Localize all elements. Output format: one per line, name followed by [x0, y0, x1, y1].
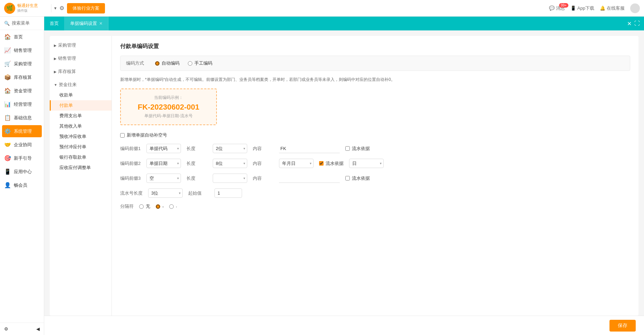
sidebar-item-purchase[interactable]: 🛒 采购管理	[0, 57, 44, 71]
sidebar-item-apps[interactable]: 📱 应用中心	[0, 165, 44, 178]
sep-dot-option[interactable]: -	[156, 204, 164, 209]
auto-fill-label: 新增单据自动补空号	[127, 132, 167, 138]
content: ▶ 采购管理 ▶ 销售管理 ▶ 库存核算	[44, 30, 644, 316]
subnav-finance-title[interactable]: ▼ 资金往来	[50, 80, 112, 90]
sidebar-item-home[interactable]: 🏠 首页	[0, 30, 44, 44]
waterflow2-label[interactable]: 流水依据	[319, 160, 344, 167]
sidebar-item-member[interactable]: 👤 畅会员	[0, 178, 44, 192]
subnav-purchase-title[interactable]: ▶ 采购管理	[50, 40, 112, 50]
service-label: 在线客服	[607, 5, 625, 11]
settings-icon[interactable]: ⚙	[59, 5, 64, 11]
app-label: App下载	[577, 5, 594, 11]
sep-none-option[interactable]: 无	[139, 203, 150, 210]
waterflow2-text: 流水依据	[326, 160, 344, 167]
tab-close-icon[interactable]: ✕	[99, 21, 103, 26]
minimize-icon[interactable]: ✕	[627, 20, 632, 27]
serial-length-select[interactable]: 3位	[148, 188, 183, 198]
subnav-item-receipt[interactable]: 收款单	[50, 90, 112, 100]
main: 首页 单据编码设置 ✕ ✕ ⛶ ▶ 采购管理	[44, 17, 644, 335]
subnav-item-prepay-pay[interactable]: 预付冲应付单	[50, 142, 112, 152]
length3-select[interactable]	[213, 174, 247, 183]
separator-label: 分隔符	[120, 203, 134, 210]
preview-desc: 单据代码-单据日期-流水号	[129, 113, 208, 119]
search-menu[interactable]: 🔍 搜索菜单	[0, 17, 44, 30]
waterflow1-checkbox[interactable]	[345, 146, 350, 151]
waterflow1-label[interactable]: 流水依据	[345, 146, 370, 152]
tab-home[interactable]: 首页	[44, 17, 65, 30]
sep-other-option[interactable]: ·	[169, 204, 177, 209]
waterflow2-checkbox[interactable]	[319, 161, 324, 166]
logo-sub: 插件版	[17, 8, 38, 13]
subnav-item-payment[interactable]: 付款单	[50, 100, 112, 111]
auto-encoding-label: 自动编码	[162, 60, 180, 66]
waterflow2-unit-select[interactable]: 日	[349, 159, 384, 168]
sidebar-item-finance[interactable]: 🏠 资金管理	[0, 84, 44, 97]
waterflow3-label[interactable]: 流水依据	[345, 175, 370, 182]
subnav-item-other-income[interactable]: 其他收入单	[50, 121, 112, 131]
length1-select[interactable]: 2位	[213, 144, 247, 153]
logo-area: 🌿 畅通好生意 插件版	[4, 3, 48, 14]
manual-encoding-option[interactable]: 手工编码	[188, 60, 212, 66]
sidebar-home-label: 首页	[14, 34, 23, 40]
length2-select[interactable]: 8位	[213, 159, 247, 168]
waterflow3-checkbox[interactable]	[345, 176, 350, 180]
sidebar-item-coop[interactable]: 🤝 企业协同	[0, 138, 44, 151]
auto-fill-row: 新增单据自动补空号	[120, 132, 630, 138]
content3-input[interactable]	[279, 174, 340, 183]
auto-fill-checkbox-label[interactable]: 新增单据自动补空号	[120, 132, 167, 138]
sidebar-item-guide[interactable]: 🎯 新手引导	[0, 151, 44, 165]
nav-dropdown[interactable]: ▾	[54, 6, 57, 11]
length1-select-wrapper: 2位	[213, 144, 247, 153]
content1-input[interactable]	[279, 144, 340, 153]
sep-other-radio[interactable]	[169, 204, 174, 209]
finance-icon: 🏠	[4, 87, 11, 94]
subnav-item-adjust[interactable]: 应收应付调整单	[50, 162, 112, 173]
subnav-sales-title[interactable]: ▶ 销售管理	[50, 53, 112, 64]
subnav-item-expense[interactable]: 费用支出单	[50, 111, 112, 121]
subnav-item-prepay-recv[interactable]: 预收冲应收单	[50, 131, 112, 142]
sidebar-item-operation[interactable]: 📊 经营管理	[0, 97, 44, 111]
manual-encoding-radio[interactable]	[188, 61, 192, 66]
sidebar-item-system[interactable]: ⚙️ 系统管理	[2, 125, 42, 137]
sidebar-settings-icon[interactable]: ⚙	[4, 326, 8, 332]
sep-dot-radio[interactable]	[156, 204, 160, 209]
service-btn[interactable]: 🔔 在线客服	[600, 5, 625, 11]
prefix1-row: 编码前缀1 单据代码 长度 2位 内容	[120, 144, 630, 153]
save-button[interactable]: 保存	[609, 320, 636, 332]
expand-icon[interactable]: ⛶	[634, 20, 640, 27]
sidebar-item-base[interactable]: 📋 基础信息	[0, 111, 44, 124]
tab-encoding[interactable]: 单据编码设置 ✕	[65, 17, 108, 30]
content2-select[interactable]: 年月日	[279, 159, 314, 168]
dropdown-text: ▾	[54, 6, 57, 11]
app-download-btn[interactable]: 📱 App下载	[570, 5, 594, 11]
content2-label: 内容	[253, 160, 273, 167]
sidebar-item-sales[interactable]: 📈 销售管理	[0, 44, 44, 57]
prefix1-select[interactable]: 单据代码	[146, 144, 181, 153]
subnav-purchase-label: 采购管理	[58, 42, 76, 48]
auto-encoding-radio[interactable]	[155, 61, 160, 66]
sep-none-radio[interactable]	[139, 204, 144, 209]
prefix3-select[interactable]: 空	[146, 174, 181, 183]
user-avatar[interactable]	[630, 3, 640, 13]
arrow-right-icon2: ▶	[54, 57, 57, 61]
prefix3-row: 编码前缀3 空 长度 内容	[120, 174, 630, 183]
prefix3-select-wrapper: 空	[146, 174, 181, 183]
prefix2-select[interactable]: 单据日期	[146, 159, 181, 168]
message-btn[interactable]: 💬 消息 99+	[549, 5, 565, 11]
message-badge: 99+	[559, 3, 568, 8]
sales-icon: 📈	[4, 47, 11, 54]
auto-fill-checkbox[interactable]	[120, 133, 125, 138]
subnav-inventory-title[interactable]: ▶ 库存核算	[50, 66, 112, 77]
start-value-label: 起始值	[188, 190, 209, 196]
try-btn[interactable]: 体验行业方案	[67, 3, 105, 13]
start-value-input[interactable]	[214, 188, 242, 198]
encoding-radio-group: 编码方式 自动编码 手工编码	[126, 60, 624, 66]
prefix2-label: 编码前缀2	[120, 160, 141, 167]
subnav-item-bank[interactable]: 银行存取款单	[50, 152, 112, 162]
length3-select-wrapper	[213, 174, 247, 183]
prefix2-row: 编码前缀2 单据日期 长度 8位 内容	[120, 159, 630, 168]
sidebar-collapse-icon[interactable]: ◀	[36, 326, 40, 332]
sub-nav: ▶ 采购管理 ▶ 销售管理 ▶ 库存核算	[50, 36, 112, 316]
sidebar-item-inventory[interactable]: 📦 库存核算	[0, 71, 44, 84]
auto-encoding-option[interactable]: 自动编码	[155, 60, 180, 66]
